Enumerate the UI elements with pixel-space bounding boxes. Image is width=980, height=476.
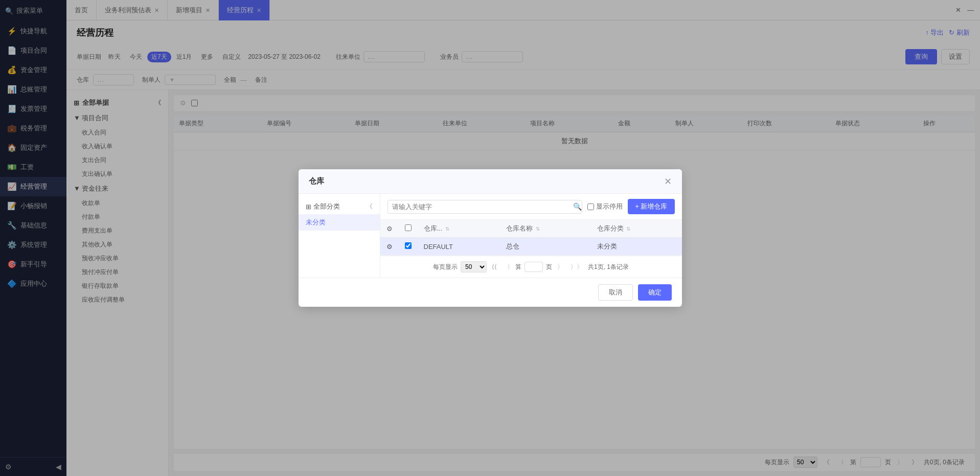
show-disabled-label[interactable]: 显示停用 [587, 202, 623, 211]
modal-th-check [399, 220, 418, 238]
modal-toolbar: 🔍 显示停用 + 新增仓库 [380, 194, 682, 220]
warehouse-modal: 仓库 ✕ ⊞ 全部分类 《 未分类 🔍 [299, 169, 682, 307]
modal-right-panel: 🔍 显示停用 + 新增仓库 ⚙ 仓库... ⇅ [380, 194, 682, 278]
modal-row-category: 未分类 [591, 238, 682, 256]
modal-next-page[interactable]: 〉 [555, 263, 565, 271]
modal-last-page[interactable]: 〉〉 [568, 263, 585, 271]
modal-title: 仓库 [309, 176, 324, 186]
modal-th-name: 仓库名称 ⇅ [500, 220, 591, 238]
modal-select-all[interactable] [405, 224, 412, 231]
modal-page-number[interactable]: 1 [525, 262, 543, 272]
modal-footer: 取消 确定 [299, 278, 682, 307]
modal-left-toggle[interactable]: 《 [366, 202, 373, 211]
modal-row-name: 总仓 [500, 238, 591, 256]
modal-per-page-label: 每页显示 [433, 263, 458, 271]
modal-th-category: 仓库分类 ⇅ [591, 220, 682, 238]
modal-confirm-btn[interactable]: 确定 [638, 284, 672, 301]
modal-prev-page[interactable]: 〈 [502, 263, 512, 271]
modal-page-label: 算 [515, 263, 521, 271]
modal-page-size-select[interactable]: 50100200 [461, 261, 487, 273]
row-checkbox[interactable] [405, 242, 412, 249]
modal-close-btn[interactable]: ✕ [664, 177, 672, 186]
add-warehouse-btn[interactable]: + 新增仓库 [628, 199, 674, 214]
modal-first-page[interactable]: ⟨⟨ [490, 263, 499, 270]
modal-grid-icon: ⊞ [306, 203, 311, 211]
show-disabled-checkbox[interactable] [587, 203, 594, 210]
modal-page-end: 页 [546, 263, 552, 271]
modal-all-label[interactable]: 全部分类 [313, 202, 340, 211]
modal-table-area: ⚙ 仓库... ⇅ 仓库名称 ⇅ 仓库分类 ⇅ ⚙ DEFAULT 总仓 未分类 [380, 220, 682, 256]
modal-left-panel: ⊞ 全部分类 《 未分类 [299, 194, 380, 278]
modal-th-gear: ⚙ [380, 220, 399, 238]
modal-header: 仓库 ✕ [299, 169, 682, 194]
modal-left-header: ⊞ 全部分类 《 [299, 199, 380, 214]
modal-cancel-btn[interactable]: 取消 [598, 284, 633, 301]
row-gear-icon: ⚙ [386, 243, 393, 251]
modal-row-code: DEFAULT [418, 238, 500, 256]
modal-th-code: 仓库... ⇅ [418, 220, 500, 238]
modal-pagination: 每页显示 50100200 ⟨⟨ 〈 算 1 页 〉 〉〉 共1页, 1条记录 [380, 256, 682, 278]
modal-total-info: 共1页, 1条记录 [588, 263, 629, 271]
modal-uncategorized-item[interactable]: 未分类 [299, 214, 380, 231]
modal-row-gear[interactable]: ⚙ [380, 238, 399, 256]
modal-row-check[interactable] [399, 238, 418, 256]
modal-search-input[interactable] [388, 200, 574, 213]
modal-overlay: 仓库 ✕ ⊞ 全部分类 《 未分类 🔍 [0, 0, 980, 476]
modal-table-row[interactable]: ⚙ DEFAULT 总仓 未分类 [380, 238, 682, 256]
modal-body: ⊞ 全部分类 《 未分类 🔍 显示停用 [299, 194, 682, 278]
modal-gear-icon[interactable]: ⚙ [386, 225, 393, 233]
modal-warehouse-table: ⚙ 仓库... ⇅ 仓库名称 ⇅ 仓库分类 ⇅ ⚙ DEFAULT 总仓 未分类 [380, 220, 682, 256]
modal-search-button[interactable]: 🔍 [573, 202, 582, 211]
